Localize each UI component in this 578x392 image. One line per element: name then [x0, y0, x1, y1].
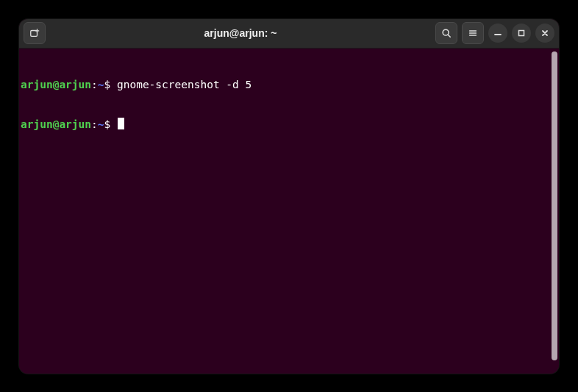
new-tab-button[interactable]	[24, 22, 46, 44]
maximize-icon	[517, 29, 526, 38]
command-text	[110, 118, 117, 131]
scrollbar[interactable]	[552, 51, 557, 360]
maximize-button[interactable]	[512, 24, 531, 43]
cursor	[118, 118, 124, 129]
command-text: gnome-screenshot -d 5	[117, 78, 251, 91]
terminal-line: arjun@arjun:~$	[21, 118, 557, 131]
titlebar: arjun@arjun: ~	[19, 19, 559, 49]
prompt-separator: :	[91, 78, 98, 91]
search-button[interactable]	[435, 22, 457, 44]
prompt-separator: :	[91, 118, 98, 131]
minimize-icon	[493, 29, 502, 38]
close-icon	[540, 29, 549, 38]
hamburger-icon	[468, 28, 478, 38]
prompt-symbol: $	[104, 78, 111, 91]
prompt-user-host: arjun@arjun	[21, 118, 91, 131]
terminal-window: arjun@arjun: ~	[19, 19, 559, 374]
new-tab-icon	[29, 28, 40, 38]
prompt-symbol: $	[104, 118, 111, 131]
search-icon	[441, 28, 452, 38]
command-text	[110, 78, 117, 91]
prompt-user-host: arjun@arjun	[21, 78, 91, 91]
minimize-button[interactable]	[488, 24, 507, 43]
svg-rect-0	[31, 31, 38, 37]
close-button[interactable]	[535, 24, 554, 43]
prompt-path: ~	[98, 118, 104, 131]
menu-button[interactable]	[462, 22, 484, 44]
terminal-line: arjun@arjun:~$ gnome-screenshot -d 5	[21, 78, 557, 91]
svg-rect-2	[519, 31, 524, 36]
terminal-content[interactable]: arjun@arjun:~$ gnome-screenshot -d 5 arj…	[19, 49, 559, 374]
window-title: arjun@arjun: ~	[50, 27, 431, 39]
prompt-path: ~	[98, 78, 104, 91]
